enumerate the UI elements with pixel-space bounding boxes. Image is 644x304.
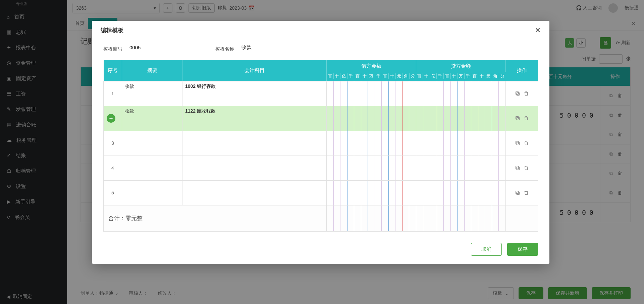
delete-row-icon[interactable]	[523, 164, 530, 172]
copy-row-icon[interactable]: ⧉	[607, 170, 615, 177]
cell-debit[interactable]	[327, 156, 416, 180]
cell-debit[interactable]	[327, 180, 416, 205]
cell-summary[interactable]	[122, 131, 182, 156]
cell-debit[interactable]	[327, 106, 416, 131]
table-row[interactable]: 4	[104, 156, 538, 180]
delete-row-icon[interactable]: 🗑	[616, 170, 624, 177]
copy-row-icon[interactable]: ⧉	[607, 112, 615, 119]
template-code-label: 模板编码	[103, 46, 122, 52]
avatar[interactable]	[608, 3, 618, 13]
sidebar-item-label: 首页	[14, 14, 24, 20]
save-button[interactable]: 保存	[519, 287, 543, 299]
cell-account[interactable]: 1122 应收账款	[182, 106, 327, 131]
cell-credit[interactable]	[416, 156, 506, 180]
cell-summary[interactable]	[122, 156, 182, 180]
support-link[interactable]: 🎧 人工咨询	[576, 5, 602, 11]
copy-row-icon[interactable]: ⧉	[607, 150, 615, 158]
table-row[interactable]: ＋收款1122 应收账款	[104, 106, 538, 131]
switch-old-button[interactable]: 切到旧版	[189, 3, 215, 13]
sidebar-item-12[interactable]: ▶新手引导	[0, 194, 67, 209]
cell-seq: 5	[104, 180, 122, 205]
cell-account[interactable]	[182, 131, 327, 156]
sidebar-item-label: 结账	[16, 153, 26, 159]
cell-debit[interactable]	[327, 81, 416, 106]
cell-account[interactable]: 1002 银行存款	[182, 81, 327, 106]
sidebar-item-11[interactable]: ⚙设置	[0, 179, 67, 194]
sidebar-item-6[interactable]: ✎发票管理	[0, 102, 67, 117]
delete-row-icon[interactable]	[523, 189, 530, 196]
copy-row-icon[interactable]	[514, 189, 521, 196]
col-op: 操作	[600, 67, 631, 86]
copy-row-icon[interactable]	[514, 164, 521, 172]
close-all-tabs[interactable]: ✕	[631, 20, 636, 27]
font-small-button[interactable]: 小	[576, 38, 586, 48]
sidebar-item-4[interactable]: ▣固定资产	[0, 71, 67, 86]
cell-summary[interactable]: 收款	[122, 106, 182, 131]
tab-home[interactable]: 首页	[75, 20, 85, 26]
cell-summary[interactable]	[122, 180, 182, 205]
add-row-button[interactable]: ＋	[107, 114, 115, 123]
template-name-input[interactable]	[240, 43, 307, 52]
sidebar-item-5[interactable]: ☰工资	[0, 86, 67, 102]
delete-row-icon[interactable]: 🗑	[616, 189, 624, 196]
delete-row-icon[interactable]	[523, 139, 530, 147]
cell-debit[interactable]	[327, 131, 416, 156]
copy-row-icon[interactable]: ⧉	[607, 189, 615, 197]
modal-close-button[interactable]: ✕	[535, 26, 541, 34]
print-button[interactable]: 🖶	[600, 37, 611, 49]
add-company-button[interactable]: ＋	[163, 3, 172, 13]
attach-count-input[interactable]	[599, 54, 623, 64]
sidebar-item-7[interactable]: ▤进销台账	[0, 117, 67, 132]
save-print-button[interactable]: 保存并打印	[592, 287, 631, 299]
cell-credit[interactable]	[416, 131, 506, 156]
cell-credit[interactable]	[416, 180, 506, 205]
cell-credit[interactable]	[416, 81, 506, 106]
save-new-button[interactable]: 保存并新增	[548, 287, 587, 299]
table-row[interactable]: 5	[104, 180, 538, 205]
table-row[interactable]: 1收款1002 银行存款	[104, 81, 538, 106]
delete-row-icon[interactable]: 🗑	[616, 111, 624, 119]
app-header: 3263 ▾ ＋ ⚙ 切到旧版 账期 2023-03 📅 🎧 人工咨询 畅捷通	[0, 0, 644, 16]
template-table: 序号 摘要 会计科目 借方金额 贷方金额 操作 百十亿千百十万千百十元角分 百十…	[103, 60, 538, 232]
calendar-icon[interactable]: 📅	[249, 5, 254, 11]
cell-seq: 4	[104, 156, 122, 180]
copy-row-icon[interactable]	[514, 90, 521, 97]
sidebar-item-2[interactable]: ✦报表中心	[0, 40, 67, 55]
copy-row-icon[interactable]	[514, 139, 521, 147]
delete-row-icon[interactable]	[523, 115, 530, 122]
unpin-sidebar[interactable]: ◀ 取消固定	[0, 289, 67, 304]
vip-icon: V	[7, 215, 10, 220]
sidebar-item-1[interactable]: ▦总账	[0, 24, 67, 40]
delete-row-icon[interactable]	[523, 90, 530, 97]
th-account: 会计科目	[182, 60, 327, 81]
svg-rect-0	[517, 93, 519, 95]
delete-row-icon[interactable]: 🗑	[616, 131, 624, 138]
company-select[interactable]: 3263 ▾	[72, 3, 160, 13]
settings-button[interactable]: ⚙	[176, 3, 185, 13]
font-large-button[interactable]: 大	[565, 38, 574, 48]
sidebar-item-8[interactable]: ☁税务管理	[0, 132, 67, 148]
sidebar-item-0[interactable]: ⌂首页	[0, 9, 67, 24]
modal-cancel-button[interactable]: 取消	[471, 243, 502, 256]
refresh-button[interactable]: ⟳ 刷新	[616, 40, 631, 46]
copy-row-icon[interactable]: ⧉	[607, 92, 615, 100]
period-label: 账期	[218, 5, 227, 11]
delete-row-icon[interactable]: 🗑	[616, 92, 624, 99]
copy-row-icon[interactable]	[514, 115, 521, 122]
sidebar-item-10[interactable]: ☖归档管理	[0, 163, 67, 179]
sidebar-item-9[interactable]: ✓结账	[0, 148, 67, 163]
cell-credit[interactable]	[416, 106, 506, 131]
modal-save-button[interactable]: 保存	[507, 243, 538, 256]
copy-row-icon[interactable]: ⧉	[607, 131, 615, 138]
table-row[interactable]: 3	[104, 131, 538, 156]
cell-seq: 3	[104, 131, 122, 156]
cell-account[interactable]	[182, 156, 327, 180]
sidebar-item-3[interactable]: ◎资金管理	[0, 55, 67, 71]
cell-summary[interactable]: 收款	[122, 81, 182, 106]
cell-account[interactable]	[182, 180, 327, 205]
template-code-input[interactable]	[128, 43, 195, 52]
template-dropdown[interactable]: 模板⌄	[488, 287, 514, 299]
settings-icon: ⚙	[7, 183, 11, 189]
sidebar-item-13[interactable]: V畅会员	[0, 209, 67, 225]
delete-row-icon[interactable]: 🗑	[616, 150, 624, 158]
